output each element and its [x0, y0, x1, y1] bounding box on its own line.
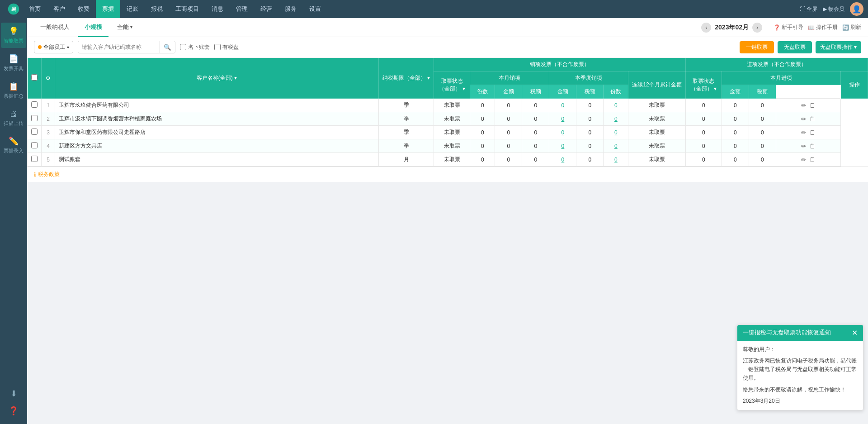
account-filter-checkbox[interactable] — [180, 44, 186, 50]
account-filter-label[interactable]: 名下账套 — [180, 43, 210, 51]
nav-fee[interactable]: 收费 — [71, 0, 96, 18]
sidebar-item-scan-upload[interactable]: 🖨 扫描上传 — [1, 105, 26, 130]
row-checkbox-4[interactable] — [31, 156, 38, 162]
member-button[interactable]: ▶ 畅会员 — [823, 5, 844, 13]
new-guide-button[interactable]: ❓ 新手引导 — [774, 24, 803, 31]
row-month-sales-tax: 0 — [522, 153, 549, 167]
row-checkbox-1[interactable] — [31, 115, 38, 121]
nav-tax[interactable]: 报税 — [145, 0, 169, 18]
diskless-cancel-button[interactable]: 无盘取票 — [778, 41, 812, 53]
next-period-button[interactable]: › — [752, 23, 762, 33]
row-client-name: 卫辉市汲水镇下圆调香烟营木种植家庭农场 — [55, 112, 379, 126]
row-month-purchase-amount: 0 — [722, 139, 749, 153]
row-tax-period: 季 — [379, 139, 434, 153]
edit-icon-3[interactable]: ✏ — [801, 143, 807, 150]
nav-invoice[interactable]: 票据 — [96, 0, 120, 18]
logo[interactable]: 易 — [5, 3, 23, 15]
row-checkbox-0[interactable] — [31, 101, 38, 108]
nav-items: 首页 客户 收费 票据 记账 报税 工商项目 消息 管理 经营 服务 设置 — [23, 0, 800, 18]
detail-icon-4[interactable]: 🗒 — [809, 156, 816, 163]
tax-policy-link[interactable]: ℹ 税务政策 — [34, 171, 60, 178]
col-sales-cancel-status[interactable]: 取票状态（全部） ▾ — [434, 71, 470, 99]
one-key-fetch-button[interactable]: 一键取票 — [740, 41, 774, 53]
row-month-sales-tax: 0 — [522, 112, 549, 126]
tab-all[interactable]: 全能 ▾ — [111, 18, 139, 37]
search-button[interactable]: 🔍 — [160, 41, 175, 53]
col-month-purchase: 本月进项 — [722, 71, 840, 85]
detail-icon-3[interactable]: 🗒 — [809, 143, 816, 150]
col-tax-period[interactable]: 纳税期限（全部） ▾ — [379, 58, 434, 99]
detail-icon-1[interactable]: 🗒 — [809, 115, 816, 123]
nav-manage[interactable]: 管理 — [230, 0, 254, 18]
sidebar-item-invoice-summary[interactable]: 📋 票据汇总 — [1, 78, 26, 103]
row-consecutive-12[interactable]: 0 — [604, 139, 628, 153]
row-checkbox-2[interactable] — [31, 129, 38, 135]
row-month-sales-pieces: 0 — [470, 99, 495, 112]
row-month-sales-tax: 0 — [522, 99, 549, 112]
select-all-checkbox[interactable] — [31, 74, 38, 81]
filter-icon-2: ▾ — [427, 75, 430, 81]
row-quarter-sales-amount[interactable]: 0 — [549, 112, 576, 126]
row-action-cell: ✏ 🗒 — [776, 139, 840, 153]
nav-home[interactable]: 首页 — [23, 0, 47, 18]
nav-service[interactable]: 服务 — [278, 0, 303, 18]
row-consecutive-12[interactable]: 0 — [604, 99, 628, 112]
row-num-cell: 1 — [42, 99, 55, 112]
edit-icon-2[interactable]: ✏ — [801, 129, 807, 136]
scan-upload-icon: 🖨 — [9, 109, 18, 119]
tab-small-scale[interactable]: 小规模 — [78, 18, 108, 37]
row-quarter-sales-amount[interactable]: 0 — [549, 153, 576, 167]
row-consecutive-12[interactable]: 0 — [604, 112, 628, 126]
col-month-sales: 本月销项 — [470, 71, 549, 85]
fullscreen-button[interactable]: ⛶ 全屏 — [800, 5, 817, 13]
row-tax-period: 月 — [379, 153, 434, 167]
row-tax-period: 季 — [379, 99, 434, 112]
prev-period-button[interactable]: ‹ — [701, 23, 711, 33]
nav-bookkeeping[interactable]: 记账 — [120, 0, 145, 18]
sidebar-item-invoice-entry[interactable]: ✏️ 票据录入 — [1, 133, 26, 158]
nav-client[interactable]: 客户 — [47, 0, 71, 18]
top-navigation: 易 首页 客户 收费 票据 记账 报税 工商项目 消息 管理 经营 服务 设置 … — [0, 0, 868, 18]
row-month-sales-amount: 0 — [495, 112, 522, 126]
settings-icon[interactable]: ⚙ — [46, 75, 51, 81]
user-avatar[interactable]: 👤 — [850, 2, 863, 16]
col-client-name[interactable]: 客户名称(全部) ▾ — [55, 58, 379, 99]
tax-disk-filter-label[interactable]: 有税盘 — [214, 43, 239, 51]
detail-icon-2[interactable]: 🗒 — [809, 129, 816, 136]
edit-icon-0[interactable]: ✏ — [801, 102, 807, 109]
invoice-summary-icon: 📋 — [9, 81, 19, 91]
row-quarter-sales-amount[interactable]: 0 — [549, 139, 576, 153]
fullscreen-icon: ⛶ — [800, 6, 805, 12]
row-consecutive-12[interactable]: 0 — [604, 153, 628, 167]
sidebar-item-smart-fetch[interactable]: 💡 智能取票 — [1, 23, 26, 48]
col-month-sales-pieces: 份数 — [470, 85, 495, 99]
tab-general-taxpayer[interactable]: 一般纳税人 — [34, 18, 76, 37]
row-checkbox-3[interactable] — [31, 142, 38, 148]
detail-icon-0[interactable]: 🗒 — [809, 102, 816, 109]
nav-operation[interactable]: 经营 — [254, 0, 278, 18]
refresh-button[interactable]: 🔄 刷新 — [842, 24, 861, 31]
employee-filter[interactable]: 全部员工 ▾ — [34, 41, 73, 53]
filter-icon-3: ▾ — [462, 86, 465, 92]
col-group-sales: 销项发票（不合作废票） — [434, 58, 685, 71]
row-month-purchase-pieces: 0 — [685, 126, 722, 139]
col-purchase-cancel-status[interactable]: 取票状态（全部） ▾ — [685, 71, 722, 99]
row-quarter-sales-amount[interactable]: 0 — [549, 99, 576, 112]
row-consecutive-12[interactable]: 0 — [604, 126, 628, 139]
row-quarter-sales-tax: 0 — [576, 99, 604, 112]
nav-business[interactable]: 工商项目 — [169, 0, 205, 18]
col-action: 操作 — [841, 71, 868, 99]
row-checkbox-cell — [28, 153, 42, 167]
row-quarter-sales-amount[interactable]: 0 — [549, 126, 576, 139]
table-row: 5 测试账套 月 未取票 0 0 0 0 0 0 未取票 0 0 0 ✏ 🗒 — [28, 153, 868, 167]
diskless-ops-button[interactable]: 无盘取票操作 ▾ — [816, 41, 861, 53]
manual-button[interactable]: 📖 操作手册 — [808, 24, 838, 31]
nav-message[interactable]: 消息 — [205, 0, 230, 18]
nav-settings[interactable]: 设置 — [303, 0, 327, 18]
row-month-sales-pieces: 0 — [470, 139, 495, 153]
sidebar-item-invoice-open[interactable]: 📄 发票开具 — [1, 50, 26, 76]
tax-disk-filter-checkbox[interactable] — [214, 44, 221, 50]
search-input[interactable] — [78, 41, 160, 53]
edit-icon-4[interactable]: ✏ — [801, 156, 807, 163]
edit-icon-1[interactable]: ✏ — [801, 115, 807, 123]
